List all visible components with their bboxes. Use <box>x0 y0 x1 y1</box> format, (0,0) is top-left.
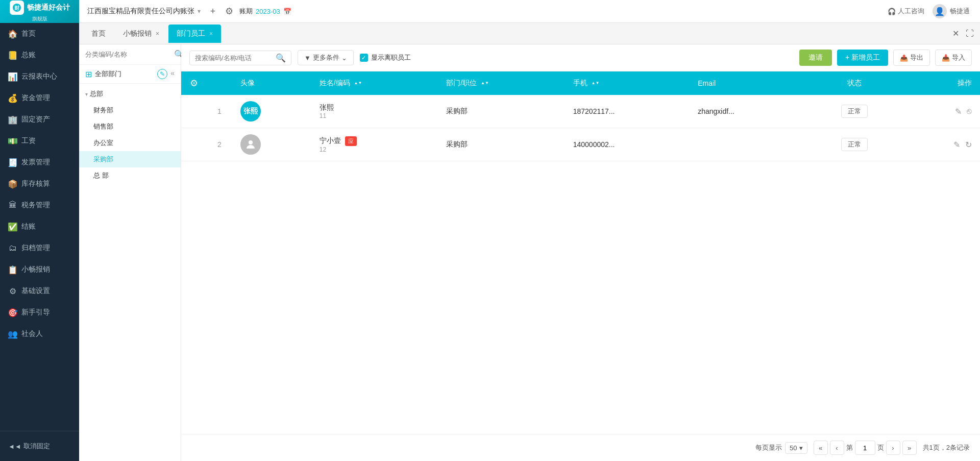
dept-node-caigou[interactable]: 采购部 <box>79 151 181 167</box>
col-name-code[interactable]: 姓名/编码 ▲▼ <box>311 71 438 95</box>
row1-edit-icon[interactable]: ✎ <box>955 107 962 116</box>
tab-expense-close[interactable]: × <box>156 30 159 37</box>
sidebar-item-invoice[interactable]: 🧾 发票管理 <box>0 152 79 173</box>
page-first-button[interactable]: « <box>814 441 828 455</box>
tab-department[interactable]: 部门员工 × <box>168 25 221 43</box>
sidebar-label-closing: 结账 <box>21 222 36 231</box>
per-page-chevron-icon: ▾ <box>799 444 803 452</box>
show-resigned-checkbox[interactable]: ✓ <box>360 54 368 62</box>
employee-search-input[interactable] <box>195 54 273 62</box>
support-button[interactable]: 🎧 人工咨询 <box>888 7 924 16</box>
dept-node-bangong[interactable]: 办公室 <box>79 135 181 151</box>
sidebar-item-payroll[interactable]: 💵 工资 <box>0 130 79 152</box>
user-info[interactable]: 👤 畅捷通 <box>933 4 970 18</box>
filter-label: 更多条件 <box>313 53 339 62</box>
employee-search-box[interactable]: 🔍 <box>189 51 291 65</box>
filter-button[interactable]: ▼ 更多条件 ⌄ <box>298 50 354 65</box>
sidebar-item-assets[interactable]: 🏢 固定资产 <box>0 109 79 130</box>
collapse-dept-icon[interactable]: « <box>170 69 175 79</box>
export-button[interactable]: 📤 导出 <box>893 50 930 66</box>
sort-name-icon: ▲▼ <box>354 81 362 85</box>
col-dept-position[interactable]: 部门/职位 ▲▼ <box>438 71 565 95</box>
sidebar-item-archive[interactable]: 🗂 归档管理 <box>0 237 79 259</box>
sidebar-label-archive: 归档管理 <box>21 244 50 253</box>
tab-home[interactable]: 首页 <box>83 25 114 43</box>
sidebar-item-expense[interactable]: 📋 小畅报销 <box>0 259 79 280</box>
row2-status: 正常 <box>803 128 905 161</box>
dept-label-zongbu: 总部 <box>90 89 103 99</box>
sidebar-label-cloud-report: 云报表中心 <box>21 72 57 81</box>
sidebar-item-fund[interactable]: 💰 资金管理 <box>0 87 79 109</box>
dept-node-caiwu[interactable]: 财务部 <box>79 102 181 118</box>
dept-node-xiaoshou[interactable]: 销售部 <box>79 118 181 135</box>
pin-icon: ◄◄ <box>8 443 21 450</box>
sidebar-item-inventory[interactable]: 📦 库存核算 <box>0 173 79 195</box>
filter-chevron-icon: ⌄ <box>341 54 347 62</box>
import-label: 导入 <box>952 53 965 62</box>
sidebar-item-tax[interactable]: 🏛 税务管理 <box>0 195 79 216</box>
sidebar-item-ledger[interactable]: 📒 总账 <box>0 44 79 66</box>
row2-edit-icon[interactable]: ✎ <box>953 140 960 150</box>
sidebar-item-closing[interactable]: ✅ 结账 <box>0 216 79 237</box>
sidebar-item-guide[interactable]: 🎯 新手引导 <box>0 302 79 323</box>
sidebar-item-social[interactable]: 👥 社会人 <box>0 323 79 345</box>
row2-tag: 应 <box>345 136 357 146</box>
import-button[interactable]: 📥 导入 <box>935 50 972 66</box>
sidebar-label-inventory: 库存核算 <box>21 179 50 188</box>
page-next-button[interactable]: › <box>886 441 900 455</box>
edit-dept-icon[interactable]: ✎ <box>157 69 167 79</box>
close-window-button[interactable]: ✕ <box>949 28 962 40</box>
page-go-unit: 页 <box>877 443 884 452</box>
settings-nav-icon: ⚙ <box>8 286 17 296</box>
page-prev-button[interactable]: ‹ <box>830 441 844 455</box>
calendar-icon[interactable]: 📅 <box>283 8 291 15</box>
row2-refresh-icon[interactable]: ↻ <box>965 140 972 150</box>
invite-button[interactable]: 邀请 <box>799 50 832 66</box>
col-index <box>207 71 232 95</box>
tab-expense[interactable]: 小畅报销 × <box>115 25 167 43</box>
top-bar: 财 畅捷通好会计 旗舰版 江西服宝精品有限责任公司内账张 ▾ + ⚙ 账期 20… <box>0 0 980 23</box>
show-resigned-label: 显示离职员工 <box>371 53 411 62</box>
page-last-button[interactable]: » <box>902 441 917 455</box>
tabs-bar: 首页 小畅报销 × 部门员工 × ✕ ⛶ <box>79 23 980 44</box>
col-settings[interactable]: ⚙ <box>181 71 207 95</box>
report-icon: 📊 <box>8 72 17 81</box>
company-name[interactable]: 江西服宝精品有限责任公司内账张 ▾ <box>87 7 201 16</box>
tab-controls: ✕ ⛶ <box>949 28 976 40</box>
show-resigned-toggle[interactable]: ✓ 显示离职员工 <box>360 53 411 62</box>
cancel-fixed-button[interactable]: ◄◄ 取消固定 <box>0 436 79 456</box>
sidebar-label-ledger: 总账 <box>21 51 36 60</box>
maximize-button[interactable]: ⛶ <box>964 28 976 40</box>
page-input[interactable] <box>855 441 875 455</box>
sidebar-item-settings[interactable]: ⚙ 基础设置 <box>0 280 79 302</box>
row1-name-code: 张熙 11 <box>311 95 438 128</box>
row1-name: 张熙 <box>320 103 430 112</box>
row1-logout-icon[interactable]: ⎋ <box>967 107 972 116</box>
import-icon: 📥 <box>942 54 950 62</box>
employee-table: ⚙ 头像 姓名/编码 ▲▼ <box>181 71 980 434</box>
sort-phone-icon: ▲▼ <box>592 81 600 85</box>
svg-point-2 <box>249 140 253 144</box>
company-dropdown-icon[interactable]: ▾ <box>198 8 201 15</box>
search-magnify-icon[interactable]: 🔍 <box>276 53 286 63</box>
user-avatar: 👤 <box>933 4 947 18</box>
add-employee-button[interactable]: + 新增员工 <box>837 50 888 66</box>
dept-node-zongbu2[interactable]: 总 部 <box>79 167 181 184</box>
tab-department-close[interactable]: × <box>209 30 213 37</box>
col-phone[interactable]: 手机 ▲▼ <box>565 71 690 95</box>
dept-node-zongbu[interactable]: ▾ 总部 <box>79 86 181 102</box>
export-icon: 📤 <box>900 54 908 62</box>
logo-sub: 旗舰版 <box>32 15 47 22</box>
sidebar-item-home[interactable]: 🏠 首页 <box>0 23 79 44</box>
row1-actions: ✎ ⎋ <box>905 95 980 128</box>
settings-icon[interactable]: ⚙ <box>225 6 233 17</box>
per-page-dropdown[interactable]: 50 ▾ <box>785 442 807 454</box>
row1-email: zhangxidf... <box>690 95 803 128</box>
expense-icon: 📋 <box>8 265 17 274</box>
sidebar-label-expense: 小畅报销 <box>21 265 50 274</box>
add-tab-button[interactable]: + <box>207 5 219 17</box>
sidebar-item-cloud-report[interactable]: 📊 云报表中心 <box>0 66 79 87</box>
tax-icon: 🏛 <box>8 201 17 210</box>
dept-search-input[interactable] <box>85 51 171 58</box>
row1-status: 正常 <box>803 95 905 128</box>
